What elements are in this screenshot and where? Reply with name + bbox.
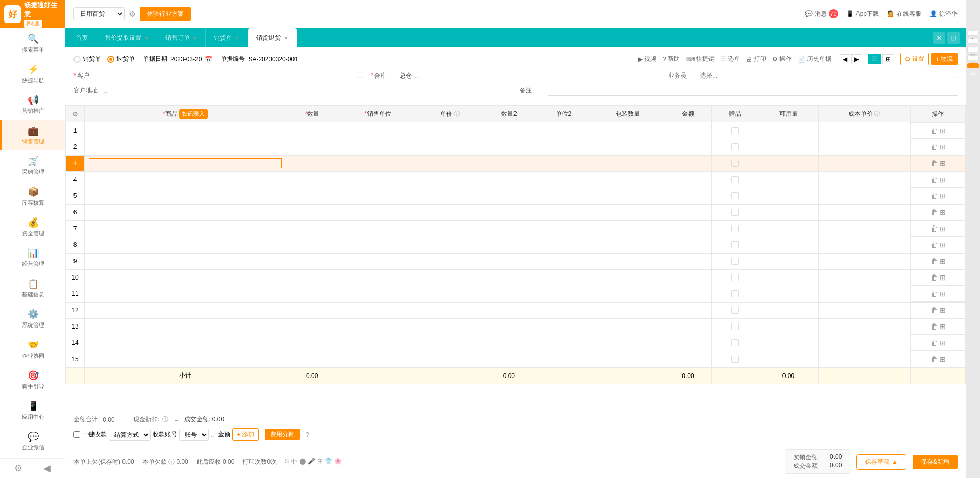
row-12-gift-checkbox[interactable]: [731, 307, 739, 314]
radio-return[interactable]: 退货单: [107, 55, 135, 63]
row-6-copy-icon[interactable]: ⊞: [940, 208, 946, 216]
save-draft-btn[interactable]: 保存草稿 ▲: [856, 454, 906, 470]
row-5-copy-icon[interactable]: ⊞: [940, 192, 946, 200]
tab-sales-order[interactable]: 销售订单 ✕: [157, 28, 206, 47]
sidebar-item-shortcut[interactable]: ⚡ 快捷导航: [0, 59, 65, 89]
sidebar-item-basic[interactable]: 📋 基础信息: [0, 273, 65, 304]
row-1-product[interactable]: [85, 122, 286, 139]
salesman-dots[interactable]: ...: [952, 72, 958, 80]
sidebar-item-enterprise[interactable]: 🤝 企业协同: [0, 334, 65, 365]
row-10-delete-icon[interactable]: 🗑: [930, 273, 938, 282]
row-3-product-input[interactable]: [85, 155, 286, 171]
category-select[interactable]: 日用百货: [74, 7, 125, 20]
notification-item[interactable]: 💬 消息 70: [805, 9, 838, 18]
sidebar-settings-btn[interactable]: ⚙: [14, 463, 22, 474]
row-2-unit-price[interactable]: [418, 139, 482, 155]
customer-dots[interactable]: ...: [358, 72, 363, 80]
row-10-copy-icon[interactable]: ⊞: [940, 273, 946, 282]
row-8-copy-icon[interactable]: ⊞: [940, 241, 946, 249]
toolbar-select[interactable]: ☰ 选单: [721, 55, 740, 63]
toolbar-history[interactable]: 📄 历史单据: [798, 55, 831, 63]
row-2-quantity2[interactable]: [482, 139, 536, 155]
address-dots[interactable]: ...: [102, 87, 107, 94]
row-9-copy-icon[interactable]: ⊞: [940, 257, 946, 265]
row-5-delete-icon[interactable]: 🗑: [930, 192, 938, 200]
row-1-delete-icon[interactable]: 🗑: [930, 127, 938, 135]
toolbar-operation[interactable]: ⚙ 操作: [772, 55, 792, 63]
row-2-quantity[interactable]: [286, 139, 338, 155]
row-12-copy-icon[interactable]: ⊞: [940, 306, 946, 314]
row-4-gift-checkbox[interactable]: [731, 176, 739, 183]
sidebar-collapse-btn[interactable]: ◀: [43, 463, 51, 474]
row-7-delete-icon[interactable]: 🗑: [930, 224, 938, 233]
row-14-copy-icon[interactable]: ⊞: [940, 339, 946, 347]
row-13-delete-icon[interactable]: 🗑: [930, 322, 938, 331]
row-1-copy-icon[interactable]: ⊞: [940, 127, 946, 135]
sidebar-item-apps[interactable]: 📱 应用中心: [0, 395, 65, 426]
row-3-cost-price[interactable]: [819, 155, 910, 171]
right-panel-btn-3[interactable]: 附: [967, 47, 979, 52]
fee-split-btn[interactable]: 费用分摊: [265, 429, 300, 440]
row-2-copy-icon[interactable]: ⊞: [940, 143, 946, 151]
row-14-delete-icon[interactable]: 🗑: [930, 339, 938, 347]
row-1-available[interactable]: [758, 122, 818, 139]
row-1-sales-unit[interactable]: [338, 122, 418, 139]
row-2-sales-unit[interactable]: [338, 139, 418, 155]
sidebar-item-search[interactable]: 🔍 搜索菜单: [0, 28, 65, 59]
tab-sales-delivery-close[interactable]: ✕: [235, 35, 239, 41]
topbar-settings-icon[interactable]: ⚙: [129, 9, 136, 19]
sidebar-item-sales[interactable]: 💼 销售管理: [0, 120, 65, 150]
row-1-quantity2[interactable]: [482, 122, 536, 139]
right-panel-btn-1[interactable]: 图: [967, 31, 979, 36]
view-grid-btn[interactable]: ⊞: [882, 54, 894, 64]
row-8-delete-icon[interactable]: 🗑: [930, 241, 938, 249]
row-10-gift-checkbox[interactable]: [731, 274, 739, 281]
row-2-available[interactable]: [758, 139, 818, 155]
right-panel-btn-4[interactable]: 收: [967, 55, 979, 60]
experience-btn[interactable]: 体验行业方案: [140, 7, 191, 21]
warehouse-dots[interactable]: ...: [415, 72, 420, 80]
sidebar-item-purchase[interactable]: 🛒 采购管理: [0, 150, 65, 181]
settings-btn[interactable]: ⚙ 设置: [900, 53, 929, 65]
user-item[interactable]: 👤 徐泽华: [929, 10, 958, 18]
sidebar-item-wechat[interactable]: 💬 企业微信: [0, 426, 65, 457]
tabs-close-btn[interactable]: ✕: [933, 32, 945, 44]
tab-price-settings-close[interactable]: ✕: [144, 35, 149, 41]
online-service-item[interactable]: 💁 在线客服: [887, 10, 921, 18]
row-3-copy-icon[interactable]: ⊞: [940, 159, 946, 167]
scan-btn[interactable]: 扫码录入: [179, 109, 208, 119]
app-download-item[interactable]: 📱 App下载: [846, 10, 879, 18]
row-12-delete-icon[interactable]: 🗑: [930, 306, 938, 314]
row-15-gift-checkbox[interactable]: [731, 356, 739, 363]
row-2-cost-price[interactable]: [819, 139, 910, 155]
sidebar-item-system[interactable]: ⚙️ 系统管理: [0, 304, 65, 334]
nav-prev-btn[interactable]: ◀: [840, 54, 850, 64]
row-8-gift-checkbox[interactable]: [731, 241, 739, 248]
row-2-amount[interactable]: [665, 139, 712, 155]
tab-sales-return-close[interactable]: ✕: [284, 35, 288, 41]
row-3-delete-icon[interactable]: 🗑: [930, 159, 938, 167]
salesman-input[interactable]: [697, 70, 949, 81]
row-4-delete-icon[interactable]: 🗑: [930, 175, 938, 184]
row-3-product-field[interactable]: [89, 158, 282, 168]
row-13-copy-icon[interactable]: ⊞: [940, 322, 946, 331]
row-14-gift-checkbox[interactable]: [731, 339, 739, 346]
settlement-method-select[interactable]: 结算方式: [109, 429, 151, 441]
toolbar-shortcut[interactable]: ⌨ 快捷键: [686, 55, 715, 63]
sidebar-item-finance[interactable]: 💰 资金管理: [0, 212, 65, 242]
logistics-btn[interactable]: + 物流: [931, 53, 958, 65]
row-9-gift-checkbox[interactable]: [731, 258, 739, 265]
row-1-unit-price[interactable]: [418, 122, 482, 139]
remark-input[interactable]: [548, 85, 958, 96]
right-panel-btn-5[interactable]: 单: [967, 63, 979, 68]
row-2-product[interactable]: [85, 139, 286, 155]
row-15-delete-icon[interactable]: 🗑: [930, 355, 938, 363]
sidebar-item-operations[interactable]: 📊 经营管理: [0, 242, 65, 273]
tab-home[interactable]: 首页: [67, 28, 96, 47]
sidebar-item-inventory[interactable]: 📦 库存核算: [0, 181, 65, 212]
add-fee-btn[interactable]: + 添加: [232, 428, 259, 441]
row-3-unit2[interactable]: [536, 155, 591, 171]
row-3-quantity2[interactable]: [482, 155, 536, 171]
row-9-delete-icon[interactable]: 🗑: [930, 257, 938, 265]
right-panel-btn-2[interactable]: 单: [967, 39, 979, 44]
